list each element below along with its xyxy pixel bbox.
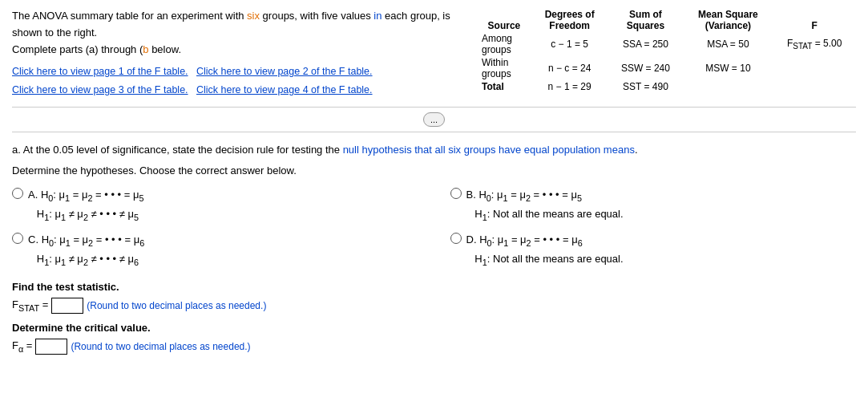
- df-within: n − c = 24: [531, 56, 608, 80]
- intro-b: b: [143, 43, 148, 55]
- option-a: A. H0: μ1 = μ2 = • • • = μ5 H1: μ1 ≠ μ2 …: [12, 186, 418, 225]
- divider: ...: [12, 108, 856, 132]
- option-b-h1: H1: Not all the means are equal.: [466, 208, 624, 220]
- question-a-text: a. At the 0.05 level of significance, st…: [12, 142, 856, 158]
- fstat-label: FSTAT =: [12, 298, 48, 313]
- ms-among: MSA = 50: [684, 32, 773, 56]
- option-a-label: A.: [28, 189, 41, 201]
- falpha-input-row: Fα = (Round to two decimal places as nee…: [12, 339, 856, 355]
- option-d-h0: H0: μ1 = μ2 = • • • = μ6: [479, 233, 583, 246]
- option-b-label: B.: [466, 189, 479, 201]
- option-d: D. H0: μ1 = μ2 = • • • = μ6 H1: Not all …: [450, 231, 857, 270]
- intro-text-4: Complete parts (a) through (: [12, 43, 143, 55]
- f-total: [773, 80, 856, 93]
- intro-and-links: The ANOVA summary table for an experimen…: [12, 8, 461, 99]
- option-c-label: C.: [28, 233, 42, 246]
- option-d-radio[interactable]: [450, 233, 462, 244]
- expand-button[interactable]: ...: [423, 112, 445, 127]
- fstat-round-note: (Round to two decimal places as needed.): [87, 300, 266, 311]
- option-a-h0: H0: μ1 = μ2 = • • • = μ5: [41, 189, 144, 201]
- col-ms: Mean Square(Variance): [684, 8, 773, 32]
- option-a-content: A. H0: μ1 = μ2 = • • • = μ5 H1: μ1 ≠ μ2 …: [28, 186, 143, 225]
- option-d-h1: H1: Not all the means are equal.: [466, 253, 624, 265]
- falpha-label: Fα =: [12, 339, 32, 354]
- source-within: Withingroups: [477, 56, 531, 80]
- link-page4[interactable]: Click here to view page 4 of the F table…: [196, 84, 373, 95]
- option-c-radio[interactable]: [12, 233, 23, 244]
- ss-among: SSA = 250: [608, 32, 683, 56]
- option-d-label: D.: [466, 233, 480, 246]
- intro-text-5: below.: [149, 43, 181, 55]
- intro-text-2: groups, with five values: [260, 10, 373, 22]
- col-f: F: [773, 8, 856, 32]
- option-c-h0: H0: μ1 = μ2 = • • • = μ6: [42, 233, 145, 246]
- ss-total: SST = 490: [608, 80, 683, 93]
- source-total: Total: [477, 80, 531, 93]
- option-b-h0: H0: μ1 = μ2 = • • • = μ5: [478, 189, 582, 201]
- link-page3[interactable]: Click here to view page 3 of the F table…: [12, 84, 188, 95]
- option-d-content: D. H0: μ1 = μ2 = • • • = μ6 H1: Not all …: [466, 231, 624, 270]
- intro-in: in: [373, 10, 382, 22]
- top-section: The ANOVA summary table for an experimen…: [12, 8, 856, 108]
- qa-text-2: .: [635, 144, 638, 156]
- f-among: FSTAT = 5.00: [773, 32, 856, 56]
- intro-paragraph: The ANOVA summary table for an experimen…: [12, 8, 461, 58]
- table-row-within: Withingroups n − c = 24 SSW = 240 MSW = …: [477, 56, 856, 80]
- find-statistic-label: Find the test statistic.: [12, 281, 856, 293]
- f-within: [773, 56, 856, 80]
- links-row-1: Click here to view page 1 of the F table…: [12, 63, 461, 81]
- df-total: n − 1 = 29: [531, 80, 608, 93]
- fstat-input[interactable]: [51, 298, 83, 314]
- anova-table: Source Degrees ofFreedom Sum ofSquares M…: [477, 8, 856, 99]
- ms-total: [684, 80, 773, 93]
- col-df: Degrees ofFreedom: [531, 8, 608, 32]
- table-row-among: Amonggroups c − 1 = 5 SSA = 250 MSA = 50…: [477, 32, 856, 56]
- fstat-input-row: FSTAT = (Round to two decimal places as …: [12, 298, 856, 314]
- link-page2[interactable]: Click here to view page 2 of the F table…: [196, 66, 373, 77]
- table-row-total: Total n − 1 = 29 SST = 490: [477, 80, 856, 93]
- option-b: B. H0: μ1 = μ2 = • • • = μ5 H1: Not all …: [450, 186, 857, 225]
- col-source: Source: [477, 8, 531, 32]
- qa-text-1: a. At the 0.05 level of significance, st…: [12, 144, 343, 156]
- col-ss: Sum ofSquares: [608, 8, 683, 32]
- option-c: C. H0: μ1 = μ2 = • • • = μ6 H1: μ1 ≠ μ2 …: [12, 231, 418, 270]
- options-grid: A. H0: μ1 = μ2 = • • • = μ5 H1: μ1 ≠ μ2 …: [12, 186, 856, 270]
- falpha-input[interactable]: [35, 339, 67, 355]
- intro-six: six: [247, 10, 260, 22]
- falpha-round-note: (Round to two decimal places as needed.): [71, 341, 250, 352]
- link-page1[interactable]: Click here to view page 1 of the F table…: [12, 66, 188, 77]
- option-a-radio[interactable]: [12, 188, 23, 199]
- links-row-2: Click here to view page 3 of the F table…: [12, 81, 461, 99]
- bottom-section: a. At the 0.05 level of significance, st…: [12, 132, 856, 355]
- option-a-h1: H1: μ1 ≠ μ2 ≠ • • • ≠ μ5: [28, 208, 139, 220]
- links-section: Click here to view page 1 of the F table…: [12, 63, 461, 99]
- source-among: Amonggroups: [477, 32, 531, 56]
- ss-within: SSW = 240: [608, 56, 683, 80]
- critical-value-label: Determine the critical value.: [12, 322, 856, 334]
- intro-text-1: The ANOVA summary table for an experimen…: [12, 10, 247, 22]
- qa-highlight: null hypothesis that all six groups have…: [343, 144, 635, 156]
- option-b-radio[interactable]: [450, 188, 462, 199]
- df-among: c − 1 = 5: [531, 32, 608, 56]
- sub-question-text: Determine the hypotheses. Choose the cor…: [12, 164, 856, 177]
- option-c-content: C. H0: μ1 = μ2 = • • • = μ6 H1: μ1 ≠ μ2 …: [28, 231, 144, 270]
- option-b-content: B. H0: μ1 = μ2 = • • • = μ5 H1: Not all …: [466, 186, 624, 225]
- ms-within: MSW = 10: [684, 56, 773, 80]
- option-c-h1: H1: μ1 ≠ μ2 ≠ • • • ≠ μ6: [28, 253, 139, 265]
